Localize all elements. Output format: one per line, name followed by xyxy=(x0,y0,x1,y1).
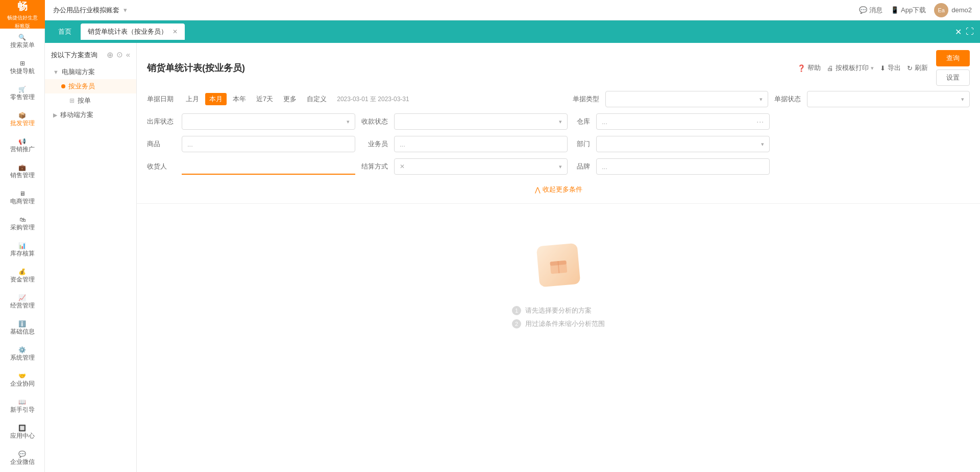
app-selector[interactable]: 办公用品行业模拟账套 xyxy=(53,6,119,15)
app-download-btn[interactable]: 📱 App下载 xyxy=(891,6,926,15)
tab-home[interactable]: 首页 xyxy=(51,23,79,40)
left-panel-header: 按以下方案查询 ⊕ ⊙ « xyxy=(45,47,136,63)
sidebar-item-label: 销售管理 xyxy=(10,171,35,180)
sidebar-item-retail[interactable]: 🛒 零售管理 xyxy=(0,81,45,107)
tree-child2-label: 按单 xyxy=(78,96,91,105)
sidebar-logo: 畅 畅捷信好生意 标账版 xyxy=(0,0,45,29)
date-btn-this-year[interactable]: 本年 xyxy=(229,93,250,105)
sidebar-search[interactable]: 🔍 搜索菜单 xyxy=(10,29,35,55)
sidebar-item-operations[interactable]: 📈 经营管理 xyxy=(0,289,45,315)
brand-select[interactable]: ... xyxy=(596,158,770,175)
avatar: Ea xyxy=(934,3,948,17)
goods-label: 商品 xyxy=(147,139,176,149)
sidebar-item-sales[interactable]: 💼 销售管理 xyxy=(0,159,45,185)
settlement-select[interactable]: ✕ ▾ xyxy=(394,158,568,175)
tab-close-all-icon[interactable]: ✕ xyxy=(955,27,962,37)
collapse-btn[interactable]: ⋀ 收起更多条件 xyxy=(147,181,970,198)
salesperson-select[interactable]: ... xyxy=(394,136,568,152)
settlement-arrow-icon: ▾ xyxy=(559,163,562,170)
sidebar-item-purchase[interactable]: 🛍 采购管理 xyxy=(0,211,45,237)
sidebar-item-label: 采购管理 xyxy=(10,223,35,232)
sidebar-item-guide[interactable]: 📖 新手引导 xyxy=(0,393,45,419)
date-btn-this-month[interactable]: 本月 xyxy=(205,93,227,105)
date-btn-last-month[interactable]: 上月 xyxy=(182,93,203,105)
message-icon: 💬 xyxy=(859,6,867,14)
hint1-text: 请先选择要分析的方案 xyxy=(525,306,592,315)
filter-row-date: 单据日期 上月 本月 本年 近7天 更多 自定义 2023-03-01 至 20… xyxy=(147,91,970,107)
wechat-icon: 💬 xyxy=(18,451,26,458)
sidebar-item-label: 资金管理 xyxy=(10,275,35,284)
date-btn-7days[interactable]: 近7天 xyxy=(252,93,277,105)
settings-scheme-icon[interactable]: ⊙ xyxy=(116,50,123,60)
sidebar-item-label: 库存核算 xyxy=(10,249,35,258)
sidebar-item-wholesale[interactable]: 📦 批发管理 xyxy=(0,107,45,133)
sidebar-item-inventory[interactable]: 📊 库存核算 xyxy=(0,237,45,263)
tree-child-by-order[interactable]: ⊞ 按单 xyxy=(45,93,136,108)
status-select[interactable]: ▾ xyxy=(807,91,970,107)
sidebar-item-wechat[interactable]: 💬 企业微信 xyxy=(0,445,45,471)
tab-expand-icon[interactable]: ⛶ xyxy=(966,27,974,36)
tree-node-mobile[interactable]: ▶ 移动端方案 xyxy=(45,108,136,122)
by-order-icon: ⊞ xyxy=(69,97,75,104)
tab-close-icon[interactable]: ✕ xyxy=(173,28,178,35)
help-btn[interactable]: ❓ 帮助 xyxy=(797,63,821,73)
collapse-panel-icon[interactable]: « xyxy=(126,50,130,60)
user-profile[interactable]: Ea demo2 xyxy=(934,3,972,17)
dept-select[interactable]: ▾ xyxy=(596,136,770,152)
tree-child-salesperson[interactable]: 按业务员 xyxy=(45,79,136,93)
top-nav-area: 办公用品行业模拟账套 ▾ xyxy=(53,6,127,15)
sidebar-item-appstore[interactable]: 🔲 应用中心 xyxy=(0,419,45,445)
tree-node-desktop[interactable]: ▼ 电脑端方案 xyxy=(45,65,136,79)
filter-row-goods: 商品 ... 业务员 ... 部门 ▾ xyxy=(147,136,970,152)
receiver-input[interactable] xyxy=(182,158,355,175)
goods-select[interactable]: ... xyxy=(182,136,355,152)
sales-stat-tab-label: 销货单统计表（按业务员） xyxy=(88,27,167,36)
sidebar-item-ecommerce[interactable]: 🖥 电商管理 xyxy=(0,185,45,211)
tree-arrow-right-icon: ▶ xyxy=(53,112,57,119)
main-area: 办公用品行业模拟账套 ▾ 💬 消息 📱 App下载 Ea demo2 首页 销货… xyxy=(45,0,980,472)
date-btn-more[interactable]: 更多 xyxy=(279,93,301,105)
export-btn[interactable]: ⬇ 导出 xyxy=(880,63,901,73)
finance-icon: 💰 xyxy=(18,268,26,275)
status-select-arrow-icon: ▾ xyxy=(961,96,964,103)
filter-area: 单据日期 上月 本月 本年 近7天 更多 自定义 2023-03-01 至 20… xyxy=(137,91,980,204)
setting-button[interactable]: 设置 xyxy=(936,69,970,86)
tree-arrow-down-icon: ▼ xyxy=(53,69,59,75)
settlement-clear-icon[interactable]: ✕ xyxy=(400,163,405,170)
page-action-area: ❓ 帮助 🖨 按模板打印 ▾ ⬇ 导出 ↻ xyxy=(797,50,970,86)
sidebar-item-nav[interactable]: ⊞ 快捷导航 xyxy=(0,55,45,81)
dept-arrow-icon: ▾ xyxy=(761,141,764,148)
inventory-icon: 📊 xyxy=(18,242,26,249)
message-btn[interactable]: 💬 消息 xyxy=(859,6,883,15)
filter-row-receiver: 收货人 结算方式 ✕ ▾ 品牌 ... xyxy=(147,158,970,175)
warehouse-label: 仓库 xyxy=(574,117,590,126)
sales-icon: 💼 xyxy=(18,164,26,171)
export-icon: ⬇ xyxy=(880,64,886,72)
ecommerce-icon: 🖥 xyxy=(19,190,26,197)
sidebar-item-finance[interactable]: 💰 资金管理 xyxy=(0,263,45,289)
top-header: 办公用品行业模拟账套 ▾ 💬 消息 📱 App下载 Ea demo2 xyxy=(45,0,980,20)
add-scheme-icon[interactable]: ⊕ xyxy=(107,50,113,60)
print-label: 按模板打印 xyxy=(836,63,869,73)
print-btn[interactable]: 🖨 按模板打印 ▾ xyxy=(827,63,874,73)
tree-node-mobile-label: 移动端方案 xyxy=(60,110,93,120)
tab-sales-stat[interactable]: 销货单统计表（按业务员） ✕ xyxy=(81,23,185,40)
sidebar-item-system[interactable]: ⚙️ 系统管理 xyxy=(0,341,45,367)
payment-select[interactable]: ▾ xyxy=(394,113,568,130)
refresh-btn[interactable]: ↻ 刷新 xyxy=(907,63,928,73)
sidebar-item-basic[interactable]: ℹ️ 基础信息 xyxy=(0,315,45,341)
type-select[interactable]: ▾ xyxy=(605,91,768,107)
operations-icon: 📈 xyxy=(18,294,26,301)
outbound-select[interactable]: ▾ xyxy=(182,113,355,130)
refresh-icon: ↻ xyxy=(907,64,913,72)
hint2-num: 2 xyxy=(512,319,521,328)
sidebar-item-marketing[interactable]: 📢 营销推广 xyxy=(0,133,45,159)
warehouse-select[interactable]: ... ··· xyxy=(596,113,770,130)
sidebar-item-enterprise[interactable]: 🤝 企业协同 xyxy=(0,367,45,393)
date-btn-custom[interactable]: 自定义 xyxy=(303,93,331,105)
sidebar-item-label: 新手引导 xyxy=(10,406,35,414)
query-button[interactable]: 查询 xyxy=(936,50,970,66)
empty-illustration xyxy=(528,245,589,296)
page-actions: ❓ 帮助 🖨 按模板打印 ▾ ⬇ 导出 ↻ xyxy=(797,63,928,73)
search-icon: 🔍 xyxy=(18,34,26,41)
